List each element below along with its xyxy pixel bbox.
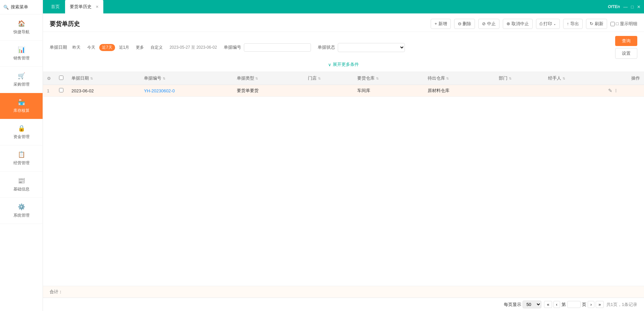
status-filter: 单据状态 <box>318 43 405 52</box>
operations-icon: 📋 <box>18 151 25 158</box>
th-number[interactable]: 单据编号 ⇅ <box>140 72 233 85</box>
th-department[interactable]: 部门 ⇅ <box>495 72 544 85</box>
row-type-cell: 要货单要货 <box>233 85 304 97</box>
delete-button[interactable]: ⊖ 删除 <box>454 19 475 29</box>
tab-requisition-history-close[interactable]: ✕ <box>96 5 99 9</box>
date-filter: 单据日期 昨天今天近7天近1月更多自定义 2023-05-27 至 2023-0… <box>50 44 217 51</box>
status-select[interactable] <box>338 43 405 52</box>
sidebar-item-basic-info[interactable]: 📰 基础信息 <box>0 172 43 198</box>
sales-label: 销售管理 <box>13 55 30 61</box>
page-nav: « ‹ 第 1 页 › » <box>544 301 603 308</box>
new-button[interactable]: + 新增 <box>431 19 450 29</box>
sidebar-item-inventory[interactable]: 🏪 库存核算 <box>0 93 43 119</box>
header-actions: + 新增⊖ 删除⊘ 中止⊗ 取消中止⎙ 打印 ▾↑ 导出↻ 刷新 □ 显示明细 <box>431 19 637 29</box>
data-table: ⚙单据日期 ⇅单据编号 ⇅单据类型 ⇅门店 ⇅要货仓库 ⇅待出仓库 ⇅部门 ⇅经… <box>43 72 644 97</box>
date-btn-last7days[interactable]: 近7天 <box>99 44 115 51</box>
sort-icon-pending-warehouse: ⇅ <box>446 77 449 80</box>
row-more-icon-0[interactable]: ⁝ <box>615 88 617 94</box>
refresh-button[interactable]: ↻ 刷新 <box>586 19 607 29</box>
maximize-btn[interactable]: □ <box>631 4 634 9</box>
per-page-wrap: 每页显示 102050100 <box>504 301 541 308</box>
table-settings-icon[interactable]: ⚙ <box>47 76 51 81</box>
date-filter-buttons: 昨天今天近7天近1月更多自定义 <box>70 44 165 51</box>
date-btn-last1month[interactable]: 近1月 <box>116 44 132 51</box>
total-label: 合计： <box>50 289 63 294</box>
sidebar-item-system[interactable]: ⚙️ 系统管理 <box>0 198 43 224</box>
date-btn-today[interactable]: 今天 <box>85 44 98 51</box>
last-page-btn[interactable]: » <box>596 301 603 308</box>
content-area: 要货单历史 + 新增⊖ 删除⊘ 中止⊗ 取消中止⎙ 打印 ▾↑ 导出↻ 刷新 □… <box>43 13 644 311</box>
sort-icon-number: ⇅ <box>163 77 165 80</box>
filter-actions: 查询 设置 <box>615 36 637 59</box>
th-req-warehouse[interactable]: 要货仓库 ⇅ <box>353 72 423 85</box>
row-store-cell <box>304 85 353 97</box>
tab-home[interactable]: 首页 <box>46 0 64 13</box>
date-btn-yesterday[interactable]: 昨天 <box>70 44 83 51</box>
th-type[interactable]: 单据类型 ⇅ <box>233 72 304 85</box>
status-label: 单据状态 <box>318 44 335 50</box>
sidebar-item-quick-nav[interactable]: 🏠 快捷导航 <box>0 14 43 41</box>
sort-icon-department: ⇅ <box>509 77 512 80</box>
prev-page-btn[interactable]: ‹ <box>553 301 560 308</box>
row-number-cell[interactable]: YH-20230602-0 <box>140 85 233 97</box>
table-row[interactable]: 1 2023-06-02 YH-20230602-0 要货单要货 车间库 原材料… <box>43 85 644 97</box>
finance-label: 资金管理 <box>13 134 30 140</box>
cancel-stop-button[interactable]: ⊗ 取消中止 <box>503 19 533 29</box>
per-page-select[interactable]: 102050100 <box>523 301 541 308</box>
sidebar-item-operations[interactable]: 📋 经营管理 <box>0 145 43 172</box>
select-all-checkbox[interactable] <box>59 76 63 80</box>
row-checkbox-0[interactable] <box>59 88 63 92</box>
th-pending-warehouse[interactable]: 待出仓库 ⇅ <box>424 72 495 85</box>
row-edit-icon-0[interactable]: ✎ <box>608 88 612 94</box>
row-handler-cell <box>544 85 604 97</box>
sidebar-item-sales[interactable]: 📊 销售管理 <box>0 41 43 67</box>
row-department-cell <box>495 85 544 97</box>
table-body: 1 2023-06-02 YH-20230602-0 要货单要货 车间库 原材料… <box>43 85 644 97</box>
sales-icon: 📊 <box>18 46 25 53</box>
system-icon: ⚙️ <box>18 203 25 211</box>
page-input[interactable]: 1 <box>567 301 581 308</box>
sidebar: 🔍 搜索菜单 🏠 快捷导航📊 销售管理🛒 采购管理🏪 库存核算🔒 资金管理📋 经… <box>0 0 43 311</box>
date-btn-custom[interactable]: 自定义 <box>148 44 165 51</box>
stop-button[interactable]: ⊘ 中止 <box>478 19 499 29</box>
sidebar-search[interactable]: 🔍 搜索菜单 <box>0 0 43 14</box>
row-number-link-0[interactable]: YH-20230602-0 <box>144 88 175 93</box>
settings-button[interactable]: 设置 <box>615 48 637 59</box>
row-actions-cell: ✎ ⁝ <box>604 85 644 97</box>
tab-requisition-history[interactable]: 要货单历史✕ <box>65 0 103 13</box>
inventory-label: 库存核算 <box>13 108 30 114</box>
main-area: 首页要货单历史✕ OfTEn — □ ✕ 要货单历史 + 新增⊖ 删除⊘ 中止⊗… <box>43 0 644 311</box>
next-page-btn[interactable]: › <box>588 301 594 308</box>
show-detail-checkbox[interactable] <box>610 22 615 26</box>
finance-icon: 🔒 <box>18 125 25 132</box>
table-header-row: ⚙单据日期 ⇅单据编号 ⇅单据类型 ⇅门店 ⇅要货仓库 ⇅待出仓库 ⇅部门 ⇅经… <box>43 72 644 85</box>
sort-icon-type: ⇅ <box>255 77 258 80</box>
th-handler[interactable]: 经手人 ⇅ <box>544 72 604 85</box>
th-settings: ⚙ <box>43 72 55 85</box>
minimize-btn[interactable]: — <box>623 4 628 9</box>
sidebar-item-purchase[interactable]: 🛒 采购管理 <box>0 67 43 93</box>
date-btn-more[interactable]: 更多 <box>133 44 147 51</box>
query-button[interactable]: 查询 <box>615 36 637 46</box>
print-button[interactable]: ⎙ 打印 ▾ <box>536 19 560 29</box>
row-date-cell: 2023-06-02 <box>67 85 140 97</box>
purchase-label: 采购管理 <box>13 82 30 87</box>
inventory-icon: 🏪 <box>18 98 25 106</box>
close-btn[interactable]: ✕ <box>637 4 641 9</box>
expand-more-btn[interactable]: ∨ 展开更多条件 <box>50 61 637 68</box>
purchase-icon: 🛒 <box>18 72 25 80</box>
show-detail-wrap[interactable]: □ 显示明细 <box>610 21 637 27</box>
export-button[interactable]: ↑ 导出 <box>563 19 583 29</box>
top-bar: 首页要货单历史✕ OfTEn — □ ✕ <box>43 0 644 13</box>
order-number-input[interactable] <box>244 43 311 52</box>
first-page-btn[interactable]: « <box>544 301 552 308</box>
sort-icon-req-warehouse: ⇅ <box>376 77 379 80</box>
th-date[interactable]: 单据日期 ⇅ <box>67 72 140 85</box>
table-container: ⚙单据日期 ⇅单据编号 ⇅单据类型 ⇅门店 ⇅要货仓库 ⇅待出仓库 ⇅部门 ⇅经… <box>43 72 644 286</box>
date-range: 2023-05-27 至 2023-06-02 <box>169 45 217 50</box>
sidebar-item-finance[interactable]: 🔒 资金管理 <box>0 119 43 145</box>
row-checkbox-cell[interactable] <box>55 85 67 97</box>
th-store[interactable]: 门店 ⇅ <box>304 72 353 85</box>
operations-label: 经营管理 <box>13 160 30 166</box>
pagination-bar: 每页显示 102050100 « ‹ 第 1 页 › » 共1页，1条记录 <box>43 298 644 311</box>
